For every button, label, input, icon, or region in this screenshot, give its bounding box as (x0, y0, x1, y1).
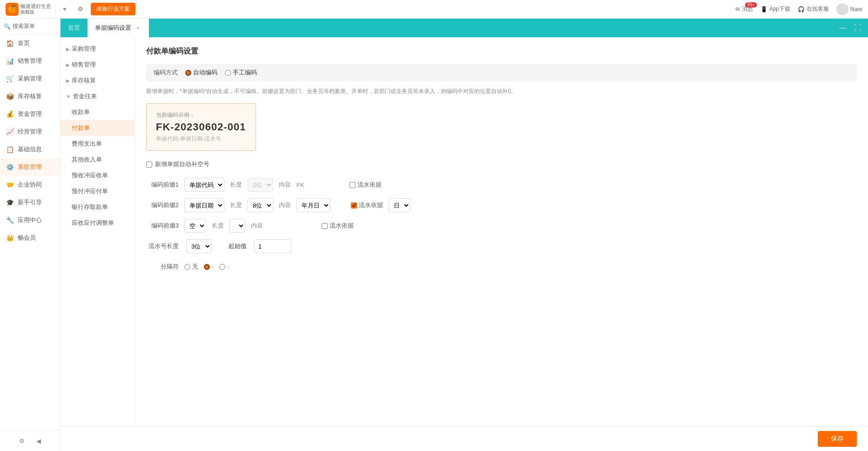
auto-fill-label[interactable]: 新增单据自动补空号 (155, 160, 209, 168)
appstore-icon: 🔧 (6, 216, 14, 224)
experience-button[interactable]: 体验行业方案 (91, 3, 135, 15)
date-granularity-group: 日 月 年 (389, 198, 410, 212)
serial2-checkbox-group: 流水依据 (351, 201, 383, 209)
tab-close-button[interactable]: × (134, 24, 141, 32)
tab-home[interactable]: 首页 (61, 19, 87, 37)
serial1-label[interactable]: 流水依据 (357, 181, 382, 189)
length3-select[interactable] (229, 219, 245, 233)
sidebar-item-purchase[interactable]: 🛒 采购管理 (0, 70, 60, 88)
brand-text: 畅捷通好生意 旗舰版 (20, 3, 51, 15)
manual-encoding-option[interactable]: 手工编码 (225, 68, 257, 77)
nav-group-funds: ▼ 资金往来 收款单 付款单 费用支出单 其他收入单 预收冲应收单 预付冲应付单… (61, 88, 135, 231)
messages-button[interactable]: ✉ 消息 99+ (735, 5, 753, 13)
auto-encoding-option[interactable]: 自动编码 (185, 68, 217, 77)
top-bar-left: 🍊 畅捷通好生意 旗舰版 ▼ ⚙ 体验行业方案 (6, 3, 732, 16)
nav-group-purchase-title[interactable]: ▶ 采购管理 (61, 41, 135, 57)
tab-encoding[interactable]: 单据编码设置 × (87, 19, 149, 37)
tab-bar-right: — ⛶ (836, 21, 868, 34)
sep-dot-option[interactable]: · (204, 263, 214, 271)
nav-group-sales-title[interactable]: ▶ 销售管理 (61, 57, 135, 73)
sidebar-item-sales[interactable]: 📊 销售管理 (0, 52, 60, 70)
auto-encoding-radio[interactable] (185, 70, 191, 76)
nav-group-inventory: ▶ 库存核算 (61, 73, 135, 88)
nav-item-other-income[interactable]: 其他收入单 (61, 152, 135, 168)
preview-label: 当前编码示例： (156, 111, 246, 119)
serial-length-select[interactable]: 3位 4位 5位 (186, 239, 212, 253)
sidebar-item-guide[interactable]: 🎓 新手引导 (0, 194, 60, 211)
sidebar-item-appstore[interactable]: 🔧 应用中心 (0, 211, 60, 229)
settings-button[interactable]: ⚙ (74, 3, 87, 16)
auto-fill-checkbox[interactable] (146, 162, 152, 168)
content2-select[interactable]: 年月日 (296, 198, 330, 212)
preview-desc: 单据代码-单据日期-流水号 (156, 135, 246, 143)
sep-dot2-option[interactable]: · (219, 263, 229, 270)
serial2-checkbox[interactable] (351, 202, 357, 209)
date-granularity-select[interactable]: 日 月 年 (389, 198, 410, 212)
hint-text: 新增单据时，*单据编码*自动生成，不可编辑。前缀设置为部门、业务员等档案类。开单… (146, 87, 857, 96)
main-layout: 🔍 搜索菜单 🏠 首页 📊 销售管理 🛒 采购管理 📦 库存核算 💰 资金管理 … (0, 19, 868, 451)
serial3-checkbox-group: 流水依据 (322, 222, 354, 230)
chevron-right-icon3: ▶ (66, 78, 70, 83)
length1-select[interactable]: 2位 (248, 178, 273, 192)
system-icon: ⚙️ (6, 163, 14, 171)
length2-select[interactable]: 8位 (248, 198, 273, 212)
content-area: ▶ 采购管理 ▶ 销售管理 ▶ 库存核算 (61, 37, 868, 426)
content2-label: 内容 (279, 201, 291, 209)
nav-item-adjustment[interactable]: 应收应付调整单 (61, 215, 135, 231)
app-icon: 📱 (760, 6, 767, 13)
serial1-checkbox[interactable] (350, 182, 356, 188)
nav-item-payment[interactable]: 付款单 (61, 120, 135, 136)
sidebar-item-inventory[interactable]: 📦 库存核算 (0, 88, 60, 105)
settings-bottom-button[interactable]: ⚙ (15, 434, 28, 447)
content3-label: 内容 (251, 222, 263, 230)
chevron-down-icon: ▼ (66, 94, 71, 99)
sidebar-item-enterprise[interactable]: 🤝 企业协同 (0, 176, 60, 194)
serial2-label[interactable]: 流水依据 (359, 201, 383, 209)
manual-encoding-radio[interactable] (225, 70, 231, 76)
nav-group-funds-title[interactable]: ▼ 资金往来 (61, 88, 135, 104)
prefix2-label: 编码前缀2 (146, 201, 179, 209)
nav-item-advance-payment[interactable]: 预付冲应付单 (61, 183, 135, 199)
serial3-label[interactable]: 流水依据 (330, 222, 354, 230)
separator-label: 分隔符 (146, 263, 179, 271)
user-profile[interactable]: Nare (836, 3, 862, 15)
sidebar-item-member[interactable]: 👑 畅会员 (0, 229, 60, 247)
right-panel: 首页 单据编码设置 × — ⛶ ▶ 采购管理 (61, 19, 868, 451)
message-icon: ✉ (735, 6, 740, 13)
avatar (836, 3, 848, 15)
sidebar-item-operation[interactable]: 📈 经营管理 (0, 123, 60, 141)
prefix2-select[interactable]: 单据日期 (184, 198, 224, 212)
collapse-button[interactable]: ◀ (32, 434, 45, 447)
sidebar-item-basic[interactable]: 📋 基础信息 (0, 141, 60, 158)
chevron-right-icon: ▶ (66, 47, 70, 52)
sidebar-item-finance[interactable]: 💰 资金管理 (0, 105, 60, 123)
guide-icon: 🎓 (6, 198, 14, 207)
operation-icon: 📈 (6, 128, 14, 136)
sidebar-item-system[interactable]: ⚙️ 系统管理 (0, 158, 60, 176)
preview-box: 当前编码示例： FK-20230602-001 单据代码-单据日期-流水号 (146, 103, 256, 151)
prefix3-select[interactable]: 空 (184, 219, 206, 233)
sidebar-search[interactable]: 🔍 搜索菜单 (0, 19, 60, 34)
sep-none-option[interactable]: 无 (184, 263, 198, 271)
nav-item-expense[interactable]: 费用支出单 (61, 136, 135, 152)
finance-icon: 💰 (6, 110, 14, 118)
start-value-input[interactable] (254, 239, 291, 253)
save-button[interactable]: 保存 (818, 431, 857, 447)
tab-expand-button[interactable]: ⛶ (851, 21, 864, 34)
sidebar-item-home[interactable]: 🏠 首页 (0, 34, 60, 52)
nav-item-bank[interactable]: 银行存取款单 (61, 199, 135, 215)
serial3-checkbox[interactable] (322, 223, 328, 229)
nav-group-inventory-title[interactable]: ▶ 库存核算 (61, 73, 135, 88)
nav-dropdown[interactable]: ▼ (59, 5, 70, 13)
sep-none-radio[interactable] (184, 264, 190, 270)
sep-dot2-radio[interactable] (219, 264, 225, 270)
dropdown-arrow: ▼ (62, 6, 67, 13)
prefix1-select[interactable]: 单据代码 (184, 178, 224, 192)
online-service-button[interactable]: 🎧 在线客服 (798, 5, 829, 13)
tab-minimize-button[interactable]: — (836, 21, 849, 34)
app-download-button[interactable]: 📱 App下载 (760, 5, 790, 13)
serial-length-label: 流水号长度 (146, 242, 179, 250)
nav-item-receipt[interactable]: 收款单 (61, 104, 135, 120)
nav-item-advance-receipt[interactable]: 预收冲应收单 (61, 168, 135, 183)
sep-dot-radio[interactable] (204, 264, 210, 270)
